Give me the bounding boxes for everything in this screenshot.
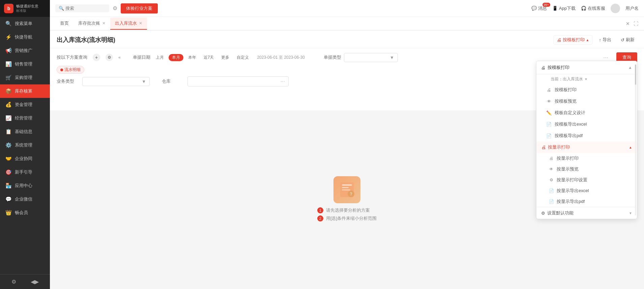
sidebar-item-system[interactable]: ⚙️ 系统管理 xyxy=(0,138,50,152)
settings-gear-icon[interactable]: ⚙ xyxy=(113,5,117,11)
tabs-bar: 首页 库存批次账 ✕ 出入库流水 ✕ ✕ ⛶ xyxy=(50,17,644,30)
dropdown-item-template-preview[interactable]: 👁 按模板预览 xyxy=(536,96,637,107)
filter-expand-icon[interactable]: « xyxy=(118,55,121,60)
search-icon: 🔍 xyxy=(59,6,64,11)
doc-type-select[interactable]: ▼ xyxy=(344,53,398,62)
sidebar-item-member[interactable]: 👑 畅会员 xyxy=(0,206,50,219)
sidebar-item-appcenter[interactable]: 🏪 应用中心 xyxy=(0,179,50,192)
dropdown-item-template-print[interactable]: 🖨 按模板打印 xyxy=(536,84,637,96)
dropdown-item-display-preview[interactable]: 👁 按显示预览 xyxy=(536,164,637,175)
date-tab-year[interactable]: 本年 xyxy=(185,54,199,61)
printer-icon: 🖨 xyxy=(557,37,561,43)
marketing-icon: 📢 xyxy=(5,48,11,54)
dropdown-item-display-settings[interactable]: ⚙ 按显示打印设置 xyxy=(536,175,637,185)
operation-icon: 📈 xyxy=(5,115,11,121)
app-download-button[interactable]: 📱 App下载 xyxy=(552,5,576,11)
tab-home-label: 首页 xyxy=(60,20,69,26)
sidebar-item-operation[interactable]: 📈 经营管理 xyxy=(0,111,50,125)
sidebar-item-marketing[interactable]: 📢 营销推广 xyxy=(0,44,50,57)
business-type-label: 业务类型 xyxy=(57,78,77,84)
sidebar-item-label: 搜索菜单 xyxy=(15,21,32,27)
filter-tag-flow[interactable]: 流水明细 xyxy=(57,66,84,74)
more-options-icon[interactable]: ··· xyxy=(603,54,608,61)
warehouse-select[interactable]: ··· xyxy=(187,76,289,86)
empty-state: ? 1 请先选择要分析的方案 2 用[选]条件来缩小分析范围 xyxy=(317,176,377,224)
tab-batch[interactable]: 库存批次账 ✕ xyxy=(74,18,110,30)
system-icon: ⚙️ xyxy=(5,142,11,148)
dropdown-section-display[interactable]: 🖨 按显示打印 ▲ xyxy=(536,141,637,153)
settings-icon[interactable]: ⚙ xyxy=(11,279,16,285)
dropdown-item-display-pdf[interactable]: 📄 按显示导出pdf xyxy=(536,196,637,207)
sidebar-item-purchase[interactable]: 🛒 采购管理 xyxy=(0,71,50,84)
tab-home[interactable]: 首页 xyxy=(55,18,74,30)
close-tab-icon[interactable]: ✕ xyxy=(625,21,631,26)
dropdown-item-display-excel[interactable]: 📄 按显示导出excel xyxy=(536,185,637,196)
chevron-up-icon: ▲ xyxy=(586,38,589,42)
messages-button[interactable]: 💬 消息 99+ xyxy=(531,5,547,11)
dropdown-current-label: 当前：出入库流水 ▼ xyxy=(536,74,637,84)
print-template-button[interactable]: 🖨 按模板打印 ▲ xyxy=(554,35,592,45)
sidebar-item-newbie[interactable]: 🎯 新手引导 xyxy=(0,165,50,179)
messages-badge: 99+ xyxy=(543,3,550,7)
dropdown-item-template-excel[interactable]: 📄 按模板导出excel xyxy=(536,119,637,130)
page-actions: 🖨 按模板打印 ▲ ↑ 导出 ↺ 刷新 xyxy=(554,35,637,45)
date-tab-custom[interactable]: 自定义 xyxy=(234,54,252,61)
sidebar-item-label: 企业微信 xyxy=(15,196,32,202)
basic-icon: 📋 xyxy=(5,129,11,135)
topbar: 🔍 ⚙ 体验行业方案 💬 消息 99+ 📱 App下载 🎧 在线客服 用户名 xyxy=(50,0,644,17)
export-button[interactable]: ↑ 导出 xyxy=(596,35,614,44)
industry-solution-button[interactable]: 体验行业方案 xyxy=(121,3,158,14)
scrollbar-thumb[interactable] xyxy=(635,64,636,85)
dropdown-item-template-custom[interactable]: ✏️ 模板自定义设计 xyxy=(536,107,637,119)
filter-tag-label: 流水明细 xyxy=(64,67,81,73)
avatar[interactable] xyxy=(611,4,620,13)
sidebar-item-label: 基础信息 xyxy=(15,129,32,135)
sidebar-item-finance[interactable]: 💰 资金管理 xyxy=(0,98,50,111)
chevron-down-icon[interactable]: ▼ xyxy=(584,77,588,81)
tab-batch-close-icon[interactable]: ✕ xyxy=(102,21,106,26)
maximize-icon[interactable]: ⛶ xyxy=(633,21,639,26)
chevron-down-icon: ▼ xyxy=(390,55,394,60)
dropdown-item-template-pdf[interactable]: 📄 按模板导出pdf xyxy=(536,130,637,141)
filter-add-button[interactable]: + xyxy=(93,54,100,61)
tab-flow-close-icon[interactable]: ✕ xyxy=(139,21,142,26)
sidebar-item-label: 企业协同 xyxy=(15,156,32,162)
warehouse-label: 仓库 xyxy=(162,78,182,84)
sidebar-item-sales[interactable]: 📊 销售管理 xyxy=(0,57,50,71)
sidebar-item-quicknav[interactable]: ⚡ 快捷导航 xyxy=(0,30,50,44)
export-icon: ↑ xyxy=(599,37,602,43)
date-tab-current-month[interactable]: 本月 xyxy=(169,54,183,61)
online-service-button[interactable]: 🎧 在线客服 xyxy=(581,5,605,11)
scrollbar-track xyxy=(635,64,636,215)
refresh-icon: ↺ xyxy=(621,37,624,43)
search-input[interactable] xyxy=(65,6,99,11)
dropdown-item-display-print[interactable]: 🖨 按显示打印 xyxy=(536,153,637,164)
collapse-sidebar-icon[interactable]: ◀▶ xyxy=(31,279,39,285)
message-icon: 💬 xyxy=(531,6,537,11)
sidebar-item-search[interactable]: 🔍 搜索菜单 xyxy=(0,17,50,30)
sidebar-item-basic[interactable]: 📋 基础信息 xyxy=(0,125,50,138)
sidebar-item-collab[interactable]: 🤝 企业协同 xyxy=(0,152,50,165)
printer-icon: 🖨 xyxy=(541,65,546,70)
sidebar-item-label: 经营管理 xyxy=(15,115,32,121)
date-tab-more[interactable]: 更多 xyxy=(218,54,232,61)
sidebar-item-label: 新手引导 xyxy=(15,169,32,175)
business-type-select[interactable]: ▼ xyxy=(82,77,150,86)
dropdown-panel: 🖨 按模板打印 ▲ 当前：出入库流水 ▼ 🖨 按模板打印 👁 按模板预览 ✏️ xyxy=(536,61,637,219)
window-controls: ✕ ⛶ xyxy=(625,21,639,26)
svg-text:?: ? xyxy=(350,192,352,196)
refresh-button[interactable]: ↺ 刷新 xyxy=(618,35,637,44)
filter-settings-button[interactable]: ⚙ xyxy=(106,54,113,61)
date-tab-7days[interactable]: 近7天 xyxy=(201,54,217,61)
date-tabs: 上月 本月 本年 近7天 更多 自定义 xyxy=(153,54,252,61)
dropdown-item-label: 按模板打印 xyxy=(555,87,577,93)
sidebar-item-inventory[interactable]: 📦 库存核算 xyxy=(0,84,50,98)
dropdown-footer-settings[interactable]: ⚙ 设置默认功能 ▼ xyxy=(536,207,637,219)
dropdown-item-label: 按模板预览 xyxy=(555,98,577,104)
display-print-icon: 🖨 xyxy=(541,144,546,150)
appcenter-icon: 🏪 xyxy=(5,183,11,189)
sidebar-item-wechat[interactable]: 💬 企业微信 xyxy=(0,192,50,206)
dropdown-chevron-up-icon[interactable]: ▲ xyxy=(628,65,632,70)
date-tab-prev-month[interactable]: 上月 xyxy=(153,54,167,61)
tab-flow[interactable]: 出入库流水 ✕ xyxy=(110,18,147,30)
